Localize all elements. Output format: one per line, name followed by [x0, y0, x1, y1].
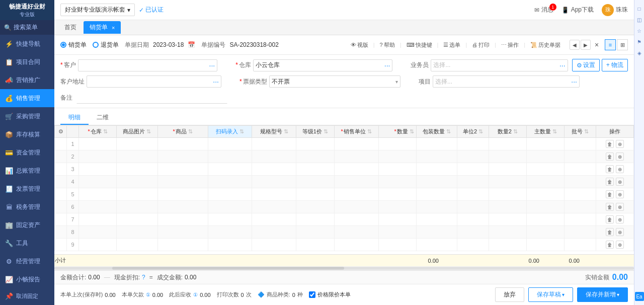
cell-col-entry[interactable] — [208, 188, 252, 201]
cell-col-qty[interactable] — [378, 226, 416, 239]
sidebar-item-cancel-fixed[interactable]: 📌 取消固定 — [0, 287, 54, 305]
right-icon-2[interactable]: ◫ — [635, 15, 644, 24]
cell-col-entry[interactable] — [208, 176, 252, 188]
message-btn[interactable]: ✉ 1 消息 — [534, 6, 553, 14]
cell-col-spec[interactable] — [252, 213, 296, 226]
col-batch-header[interactable]: 批号 ⇅ — [565, 126, 596, 138]
receivable-help-icon[interactable]: ① — [193, 292, 198, 297]
cell-col-unit2[interactable] — [457, 150, 489, 163]
cell-col-main[interactable] — [527, 226, 565, 239]
cell-col-spec[interactable] — [252, 201, 296, 213]
cell-col-warehouse[interactable] — [79, 226, 117, 239]
user-profile[interactable]: 珠 珠珠 — [602, 4, 628, 16]
cell-col-unit2[interactable] — [457, 239, 489, 251]
cell-col-qty[interactable] — [378, 150, 416, 163]
col-spec-header[interactable]: 规格型号 ⇅ — [252, 126, 296, 138]
cell-col-main[interactable] — [527, 239, 565, 251]
radio-sale[interactable]: 销货单 — [60, 41, 87, 49]
cell-col-img[interactable] — [117, 201, 157, 213]
sidebar-item-fixed-assets[interactable]: 🏢 固定资产 — [0, 216, 54, 234]
sidebar-item-tax[interactable]: 🏛 税务管理 — [0, 198, 54, 216]
cell-col-goods[interactable] — [157, 188, 208, 201]
cell-col-spec[interactable] — [252, 138, 296, 150]
cell-col-batch[interactable] — [565, 150, 596, 163]
right-icon-4[interactable]: ⚑ — [635, 37, 644, 46]
cell-col-batch[interactable] — [565, 163, 596, 176]
cell-col-spec[interactable] — [252, 176, 296, 188]
cell-col-warehouse[interactable] — [79, 213, 117, 226]
cell-col-qty2[interactable] — [489, 188, 526, 201]
cell-col-main[interactable] — [527, 213, 565, 226]
cell-col-spec[interactable] — [252, 150, 296, 163]
copy-row-icon[interactable]: ⊕ — [616, 241, 624, 249]
cell-col-price1[interactable] — [296, 176, 334, 188]
cell-col-qty[interactable] — [378, 188, 416, 201]
view-btn[interactable]: 👁 视版 — [349, 40, 370, 50]
cell-col-price1[interactable] — [296, 239, 334, 251]
col-goods-header[interactable]: *商品 ⇅ — [157, 126, 208, 138]
sidebar-item-marketing[interactable]: 📣 营销推广 — [0, 71, 54, 89]
sidebar-item-sales[interactable]: 💰 销售管理 — [0, 89, 54, 107]
copy-row-icon[interactable]: ⊕ — [616, 228, 624, 236]
copy-row-icon[interactable]: ⊕ — [616, 152, 624, 161]
delete-row-icon[interactable]: 🗑 — [606, 228, 614, 236]
app-download-btn[interactable]: 📱 App下载 — [561, 6, 594, 14]
print-btn[interactable]: 🖨 打印 — [470, 40, 492, 50]
view-grid-icon[interactable]: ⊞ — [617, 39, 628, 50]
save-draft-btn[interactable]: 保存草稿 ▾ — [528, 287, 573, 302]
shortcut-btn[interactable]: ⌨ 快捷键 — [405, 40, 434, 50]
next-btn[interactable]: ▶ — [581, 40, 591, 50]
col-warehouse-header[interactable]: *仓库 ⇅ — [79, 126, 117, 138]
prev-btn[interactable]: ◀ — [570, 40, 580, 50]
cell-col-unit[interactable] — [334, 138, 378, 150]
cell-col-goods[interactable] — [157, 213, 208, 226]
delete-row-icon[interactable]: 🗑 — [606, 152, 614, 161]
cell-col-goods[interactable] — [157, 201, 208, 213]
cell-col-img[interactable] — [117, 226, 157, 239]
cell-col-goods[interactable] — [157, 150, 208, 163]
cell-col-unit[interactable] — [334, 213, 378, 226]
cell-col-batch[interactable] — [565, 176, 596, 188]
sidebar-item-management[interactable]: ⚙ 经营管理 — [0, 252, 54, 270]
cell-col-entry[interactable] — [208, 239, 252, 251]
cell-col-pkgqty[interactable] — [416, 176, 457, 188]
col-unit-header[interactable]: *销售单位 ⇅ — [334, 126, 378, 138]
sidebar-item-finance[interactable]: 💳 资金管理 — [0, 143, 54, 162]
cell-col-qty2[interactable] — [489, 201, 526, 213]
copy-row-icon[interactable]: ⊕ — [616, 178, 624, 186]
cell-col-warehouse[interactable] — [79, 138, 117, 150]
tab-home[interactable]: 首页 — [58, 21, 83, 34]
salesperson-input[interactable]: 选择... ··· — [431, 59, 568, 71]
calendar-icon[interactable]: 📅 — [188, 41, 195, 48]
cell-col-spec[interactable] — [252, 163, 296, 176]
cell-col-warehouse[interactable] — [79, 150, 117, 163]
cell-col-main[interactable] — [527, 163, 565, 176]
cell-col-qty2[interactable] — [489, 239, 526, 251]
col-qty-header[interactable]: *数量 ⇅ — [378, 126, 416, 138]
cell-col-qty2[interactable] — [489, 150, 526, 163]
delete-row-icon[interactable]: 🗑 — [606, 178, 614, 186]
cell-col-goods[interactable] — [157, 163, 208, 176]
cell-col-qty2[interactable] — [489, 176, 526, 188]
ops-btn[interactable]: ⋯ 操作 — [499, 40, 521, 50]
cell-col-unit2[interactable] — [457, 176, 489, 188]
right-icon-6[interactable]: Ea — [635, 292, 644, 301]
cell-col-batch[interactable] — [565, 201, 596, 213]
cell-col-entry[interactable] — [208, 150, 252, 163]
cell-col-spec[interactable] — [252, 226, 296, 239]
price-check-box[interactable]: 价格限价本单 — [309, 291, 351, 298]
cell-col-img[interactable] — [117, 138, 157, 150]
cell-col-price1[interactable] — [296, 226, 334, 239]
delete-row-icon[interactable]: 🗑 — [606, 241, 614, 249]
sidebar-item-tools[interactable]: 🔧 工具 — [0, 234, 54, 252]
sidebar-item-purchase[interactable]: 🛒 采购管理 — [0, 107, 54, 125]
add-logistics-btn[interactable]: + 物流 — [602, 59, 628, 71]
cell-col-unit[interactable] — [334, 239, 378, 251]
delete-row-icon[interactable]: 🗑 — [606, 203, 614, 211]
cell-col-spec[interactable] — [252, 239, 296, 251]
copy-row-icon[interactable]: ⊕ — [616, 190, 624, 198]
cell-col-pkgqty[interactable] — [416, 226, 457, 239]
cell-col-entry[interactable] — [208, 138, 252, 150]
cell-col-pkgqty[interactable] — [416, 188, 457, 201]
cell-col-qty[interactable] — [378, 176, 416, 188]
